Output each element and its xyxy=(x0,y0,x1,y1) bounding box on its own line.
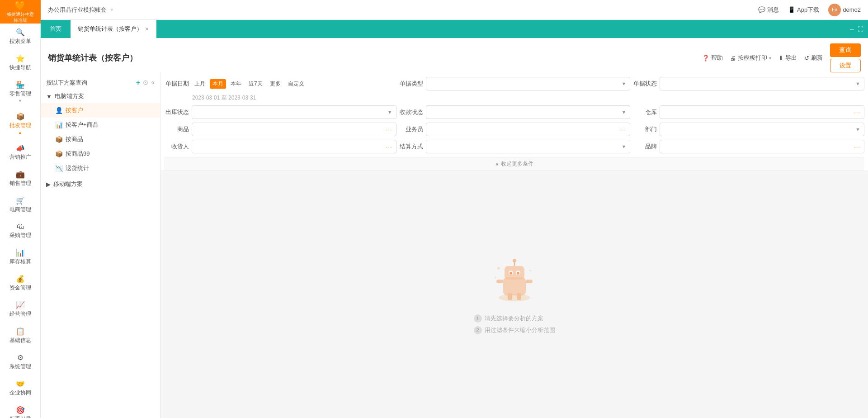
sidebar-item-collab[interactable]: 🤝 企业协同 xyxy=(0,375,40,401)
scheme-desktop-group: ▼ 电脑端方案 👤 按客户 📊 按客户+商品 📦 按商品 xyxy=(41,90,160,176)
date-tab-custom[interactable]: 自定义 xyxy=(285,79,307,89)
scheme-edit-icon[interactable]: ⊙ xyxy=(143,79,148,87)
print-button[interactable]: 🖨 按模板打印 ▾ xyxy=(730,54,771,62)
sidebar-item-shortcuts[interactable]: ⭐ 快捷导航 xyxy=(0,50,40,76)
date-tab-this-month[interactable]: 本月 xyxy=(210,79,226,89)
filter-cell-out-status: 出库状态 ▼ xyxy=(164,105,396,119)
page-header: 销货单统计表（按客户） ❓ 帮助 🖨 按模板打印 ▾ ⬇ 导出 ↺ 刷新 xyxy=(41,38,868,72)
page-title: 销货单统计表（按客户） xyxy=(48,52,137,63)
user-info[interactable]: Ea demo2 xyxy=(828,4,861,16)
refresh-button[interactable]: ↺ 刷新 xyxy=(804,54,823,62)
salesperson-label: 业务员 xyxy=(398,125,423,133)
type-select[interactable]: ▼ xyxy=(426,77,631,90)
tab-expand-button[interactable]: ─ ⛶ xyxy=(845,20,868,38)
sidebar-item-basic[interactable]: 📋 基础信息 xyxy=(0,323,40,349)
payment-select[interactable]: ▼ xyxy=(426,105,631,119)
sidebar-item-inventory[interactable]: 📊 库存核算 xyxy=(0,244,40,270)
sidebar-item-finance[interactable]: 💰 资金管理 xyxy=(0,270,40,296)
empty-illustration xyxy=(487,255,542,309)
sidebar-item-retail[interactable]: 🏪 零售管理 ▼ xyxy=(0,76,40,108)
tab-close-icon[interactable]: × xyxy=(145,25,149,33)
scheme-item-product99[interactable]: 📦 按商品99 xyxy=(41,147,160,161)
collapse-bar[interactable]: ∧ 收起更多条件 xyxy=(164,157,864,171)
empty-tips: 1 请先选择要分析的方案 2 用过滤条件来缩小分析范围 xyxy=(474,314,555,334)
finance-icon: 💰 xyxy=(16,275,25,283)
scheme-panel: 按以下方案查询 + ⊙ « ▼ 电脑端方案 👤 按客户 xyxy=(41,72,160,418)
filter-cell-date: 单据日期 上月 本月 本年 近7天 更多 自定义 xyxy=(164,77,396,90)
refresh-icon: ↺ xyxy=(804,55,809,62)
sidebar-item-marketing[interactable]: 📣 营销推广 xyxy=(0,139,40,166)
desktop-group-label: 电脑端方案 xyxy=(55,92,84,100)
collab-icon: 🤝 xyxy=(16,380,25,388)
sidebar-item-system[interactable]: ⚙ 系统管理 xyxy=(0,349,40,375)
product-select[interactable]: ··· xyxy=(192,123,396,136)
basic-icon: 📋 xyxy=(16,327,25,336)
salesperson-dots-icon: ··· xyxy=(620,126,626,133)
print-icon: 🖨 xyxy=(730,55,736,62)
scheme-panel-icons: + ⊙ « xyxy=(136,79,155,87)
export-button[interactable]: ⬇ 导出 xyxy=(778,54,797,62)
brand-dots-icon: ··· xyxy=(854,143,860,150)
sidebar-item-sales[interactable]: 💼 销售管理 xyxy=(0,166,40,192)
query-button[interactable]: 查询 xyxy=(830,43,861,57)
tabbar: 首页 销货单统计表（按客户） × ─ ⛶ xyxy=(41,20,868,38)
scheme-item-return[interactable]: 📉 退货统计 xyxy=(41,161,160,176)
help-button[interactable]: ❓ 帮助 xyxy=(702,54,723,62)
scheme-item-product[interactable]: 📦 按商品 xyxy=(41,132,160,147)
window-max-icon: ⛶ xyxy=(858,26,863,33)
scheme-item-customer-product[interactable]: 📊 按客户+商品 xyxy=(41,118,160,132)
main-area: 办公用品行业模拟账套 ▾ 💬 消息 📱 App下载 Ea demo2 首页 xyxy=(41,0,868,418)
date-tab-last-month[interactable]: 上月 xyxy=(192,79,208,89)
department-select[interactable]: ▼ xyxy=(660,123,864,136)
sidebar-item-ecommerce[interactable]: 🛒 电商管理 xyxy=(0,192,40,218)
scheme-mobile-group-header[interactable]: ▶ 移动端方案 xyxy=(41,177,160,191)
tab-home[interactable]: 首页 xyxy=(41,20,71,38)
svg-point-12 xyxy=(513,259,516,262)
date-tab-7days[interactable]: 近7天 xyxy=(246,79,265,89)
download-icon: 📱 xyxy=(788,6,795,13)
department-label: 部门 xyxy=(632,125,657,133)
tab-active-label: 销货单统计表（按客户） xyxy=(78,25,142,33)
sidebar-item-retail-label: 零售管理 xyxy=(9,90,31,98)
mobile-group-arrow: ▶ xyxy=(46,181,51,188)
svg-point-10 xyxy=(517,272,519,275)
sidebar-item-wholesale[interactable]: 📦 批发管理 ▲ xyxy=(0,108,40,139)
svg-point-14 xyxy=(529,270,531,271)
type-arrow-icon: ▼ xyxy=(621,81,626,86)
status-select[interactable]: ▼ xyxy=(660,77,864,90)
settlement-select[interactable]: ▼ xyxy=(426,140,631,153)
date-tab-more[interactable]: 更多 xyxy=(267,79,283,89)
salesperson-select[interactable]: ··· xyxy=(426,123,631,136)
sidebar-item-purchase[interactable]: 🛍 采购管理 xyxy=(0,218,40,244)
filter-row-3: 商品 ··· 业务员 ··· xyxy=(164,123,864,136)
scheme-add-icon[interactable]: + xyxy=(136,79,140,87)
tab-active[interactable]: 销货单统计表（按客户） × xyxy=(71,20,156,38)
settings-button[interactable]: 设置 xyxy=(830,59,861,72)
filter-cell-receiver: 收货人 ··· xyxy=(164,140,396,153)
out-status-select[interactable]: ▼ xyxy=(192,105,396,119)
logo-text: 畅捷通好生意 xyxy=(7,12,34,17)
scheme-collapse-icon[interactable]: « xyxy=(151,79,155,87)
messages-button[interactable]: 💬 消息 xyxy=(758,6,779,14)
app-logo[interactable]: 🧡 畅捷通好生意 标准版 xyxy=(0,0,41,24)
newbie-icon: 🎯 xyxy=(16,406,25,414)
date-range-display: 2023-03-01 至 2023-03-31 xyxy=(164,94,864,104)
sidebar-item-sales-label: 销售管理 xyxy=(9,180,31,187)
sidebar-item-search[interactable]: 🔍 搜索菜单 xyxy=(0,24,40,50)
receiver-select[interactable]: ··· xyxy=(192,140,396,153)
body-area: 按以下方案查询 + ⊙ « ▼ 电脑端方案 👤 按客户 xyxy=(41,72,868,418)
date-tab-this-year[interactable]: 本年 xyxy=(228,79,244,89)
out-status-label: 出库状态 xyxy=(164,108,189,116)
brand-select[interactable]: ··· xyxy=(660,140,864,153)
sidebar-item-ecommerce-label: 电商管理 xyxy=(9,206,31,214)
sidebar-item-newbie[interactable]: 🎯 新手引导 xyxy=(0,401,40,418)
tip-num-2: 2 xyxy=(474,326,482,334)
warehouse-select[interactable]: ··· xyxy=(660,105,864,119)
mobile-group-label: 移动端方案 xyxy=(53,180,83,188)
scheme-item-customer[interactable]: 👤 按客户 xyxy=(41,103,160,118)
app-download-button[interactable]: 📱 App下载 xyxy=(788,6,819,14)
sidebar-item-management[interactable]: 📈 经营管理 xyxy=(0,296,40,323)
window-min-icon: ─ xyxy=(850,26,854,33)
scheme-desktop-group-header[interactable]: ▼ 电脑端方案 xyxy=(41,90,160,103)
scheme-mobile-group: ▶ 移动端方案 xyxy=(41,177,160,191)
